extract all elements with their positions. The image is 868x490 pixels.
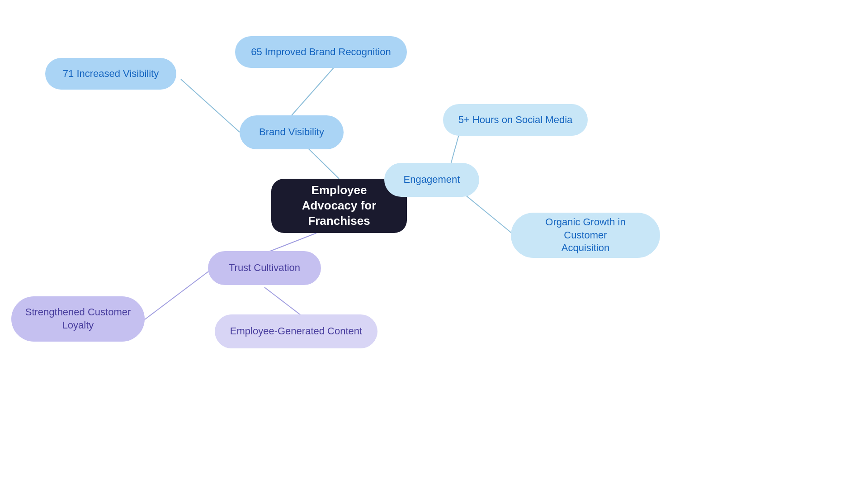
employee-content-node: Employee-Generated Content (215, 314, 377, 348)
social-media-label: 5+ Hours on Social Media (458, 114, 573, 127)
increased-visibility-node: 71 Increased Visibility (45, 58, 176, 90)
organic-growth-label: Organic Growth in CustomerAcquisition (524, 216, 647, 255)
trust-cultivation-label: Trust Cultivation (229, 262, 300, 275)
organic-growth-node: Organic Growth in CustomerAcquisition (511, 213, 660, 258)
customer-loyalty-node: Strengthened CustomerLoyalty (11, 296, 145, 342)
svg-line-6 (264, 233, 316, 253)
engagement-label: Engagement (404, 173, 460, 186)
social-media-node: 5+ Hours on Social Media (443, 104, 588, 136)
svg-line-8 (264, 287, 303, 317)
improved-brand-recognition-node: 65 Improved Brand Recognition (235, 36, 407, 68)
svg-line-2 (181, 79, 240, 132)
increased-visibility-label: 71 Increased Visibility (63, 67, 159, 81)
customer-loyalty-label: Strengthened CustomerLoyalty (25, 306, 131, 332)
svg-line-7 (142, 270, 210, 321)
brand-visibility-node: Brand Visibility (240, 115, 344, 149)
center-label: Employee Advocacy forFranchises (284, 183, 394, 228)
employee-content-label: Employee-Generated Content (230, 325, 362, 338)
improved-brand-recognition-label: 65 Improved Brand Recognition (251, 46, 391, 59)
brand-visibility-label: Brand Visibility (259, 126, 324, 139)
trust-cultivation-node: Trust Cultivation (208, 251, 321, 285)
engagement-node: Engagement (384, 163, 479, 197)
